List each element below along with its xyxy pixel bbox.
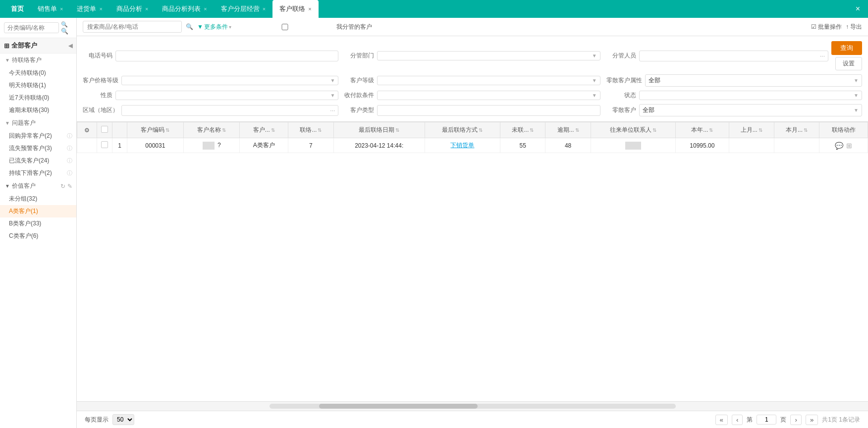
sidebar-item-b-class[interactable]: B类客户(33): [0, 217, 76, 230]
last-page-button[interactable]: »: [806, 415, 818, 425]
filter-dept-select[interactable]: ▼: [377, 51, 600, 60]
col-this-year[interactable]: 本年... ⇅: [676, 122, 729, 138]
batch-ops-button[interactable]: ☑ 批量操作: [811, 23, 842, 31]
nav-item-sales[interactable]: 销售单 ×: [31, 0, 70, 18]
nav-item-customer-segment[interactable]: 客户分层经营 ×: [214, 0, 272, 18]
refresh-icon[interactable]: ↻: [60, 183, 65, 190]
sidebar-item-tomorrow[interactable]: 明天待联络(1): [0, 79, 76, 92]
filter-price-level-select[interactable]: ▼: [121, 76, 338, 85]
col-this-year-sort[interactable]: ⇅: [709, 127, 713, 133]
col-last-month-sort[interactable]: ⇅: [759, 127, 762, 133]
filter-customer-type-input[interactable]: [377, 105, 600, 116]
col-code[interactable]: 客户编码 ⇅: [127, 122, 184, 138]
sidebar-all-customers[interactable]: ⊞ 全部客户 ◀: [0, 38, 76, 54]
sidebar-item-today[interactable]: 今天待联络(0): [0, 67, 76, 79]
nav-item-product-analysis[interactable]: 商品分析 ×: [109, 0, 155, 18]
nav-purchase-close[interactable]: ×: [99, 6, 102, 12]
first-page-button[interactable]: «: [715, 415, 728, 425]
sidebar-group-value[interactable]: ▼ 价值客户 ↻ ✎: [0, 179, 76, 193]
nav-item-customer-contact[interactable]: 客户联络 ×: [272, 0, 318, 18]
sidebar-item-churn-warning[interactable]: 流失预警客户(3) ⓘ: [0, 142, 76, 155]
col-type-sort[interactable]: ⇅: [271, 127, 275, 133]
col-last-date[interactable]: 最后联络日期 ⇅: [333, 122, 425, 138]
col-overdue-sort[interactable]: ⇅: [575, 127, 579, 133]
filter-manager-select[interactable]: ···: [639, 51, 828, 61]
sidebar-group-problem[interactable]: ▼ 问题客户: [0, 116, 76, 130]
select-all-checkbox[interactable]: [101, 126, 108, 133]
col-contact-count[interactable]: 联络... ⇅: [288, 122, 333, 138]
query-button[interactable]: 查询: [831, 41, 862, 55]
dept-arrow-icon: ▼: [592, 53, 597, 58]
filter-retail-customer-select[interactable]: 全部 ▼: [639, 104, 862, 116]
filter-region-select[interactable]: ···: [121, 105, 338, 116]
col-name-sort[interactable]: ⇅: [222, 127, 226, 133]
sidebar-group-pending[interactable]: ▼ 待联络客户: [0, 54, 76, 67]
sidebar-search-icon[interactable]: 🔍: [61, 21, 72, 35]
col-contact-person-sort[interactable]: ⇅: [652, 127, 656, 133]
col-last-method[interactable]: 最后联络方式 ⇅: [425, 122, 500, 138]
overdue-contact-label: 逾期未联络(30): [9, 106, 49, 114]
page-number-input[interactable]: [757, 415, 776, 425]
sidebar-search-input[interactable]: [4, 22, 59, 33]
col-last-method-sort[interactable]: ⇅: [479, 127, 483, 133]
close-all-button[interactable]: ×: [852, 4, 864, 13]
nav-sales-close[interactable]: ×: [60, 6, 63, 12]
col-type[interactable]: 客户... ⇅: [240, 122, 288, 138]
filter-nature-select[interactable]: ▼: [115, 91, 338, 100]
col-this-month-sort[interactable]: ⇅: [804, 127, 808, 133]
nav-product-analysis-close[interactable]: ×: [145, 6, 148, 12]
sidebar-item-7days[interactable]: 近7天待联络(0): [0, 92, 76, 104]
nav-item-product-analysis-list[interactable]: 商品分析列表 ×: [155, 0, 214, 18]
sidebar-item-overdue[interactable]: 逾期未联络(30): [0, 104, 76, 116]
col-contact-person[interactable]: 往来单位联系人 ⇅: [591, 122, 675, 138]
col-overdue[interactable]: 逾期... ⇅: [545, 122, 591, 138]
col-last-date-sort[interactable]: ⇅: [395, 127, 399, 133]
col-settings[interactable]: ⚙: [77, 122, 97, 138]
toolbar-search-icon[interactable]: 🔍: [186, 23, 193, 30]
gear-icon[interactable]: ⚙: [84, 127, 90, 134]
col-contact-count-sort[interactable]: ⇅: [318, 127, 322, 133]
filter-phone-input[interactable]: [115, 51, 338, 61]
sidebar-item-a-class[interactable]: A类客户(1): [0, 205, 76, 217]
nav-customer-contact-close[interactable]: ×: [308, 6, 311, 12]
scroll-track[interactable]: [270, 404, 676, 409]
sidebar-item-unclassified[interactable]: 未分组(32): [0, 193, 76, 205]
filter-customer-level-select[interactable]: ▼: [377, 76, 600, 85]
toolbar-search-input[interactable]: [83, 21, 182, 33]
filter-status-select[interactable]: ▼: [639, 91, 862, 100]
col-uncontacted-sort[interactable]: ⇅: [530, 127, 534, 133]
action-qr-icon[interactable]: ⊞: [846, 142, 852, 150]
nav-item-purchase[interactable]: 进货单 ×: [70, 0, 109, 18]
prev-page-button[interactable]: ‹: [732, 415, 743, 425]
filter-phone-label: 电话号码: [83, 52, 112, 60]
last-contact-method-link[interactable]: 下销货单: [450, 142, 474, 149]
col-code-sort[interactable]: ⇅: [165, 127, 169, 133]
edit-icon[interactable]: ✎: [67, 183, 72, 190]
col-name-label: 客户名称: [197, 126, 221, 134]
sidebar-item-declining[interactable]: 持续下滑客户(2) ⓘ: [0, 167, 76, 179]
next-page-button[interactable]: ›: [790, 415, 801, 425]
filter-payment-select[interactable]: ▼: [377, 91, 600, 100]
col-last-month[interactable]: 上月... ⇅: [729, 122, 774, 138]
nav-customer-segment-close[interactable]: ×: [263, 6, 266, 12]
more-filter-button[interactable]: ▼ 更多条件 ▾: [197, 23, 231, 31]
nav-product-analysis-list-close[interactable]: ×: [204, 6, 207, 12]
action-chat-icon[interactable]: 💬: [835, 142, 843, 150]
per-page-select[interactable]: 50: [112, 414, 134, 425]
nav-item-home[interactable]: 首页: [4, 0, 31, 18]
col-name[interactable]: 客户名称 ⇅: [183, 122, 240, 138]
sidebar-item-churned[interactable]: 已流失客户(24) ⓘ: [0, 155, 76, 167]
scroll-thumb[interactable]: [319, 404, 478, 409]
export-button[interactable]: ↑ 导出: [846, 23, 862, 31]
my-customers-checkbox[interactable]: [235, 24, 334, 30]
filter-payment-label: 收付款条件: [344, 91, 374, 100]
row-this-year-cell: 10995.00: [676, 138, 729, 153]
filter-retail-attr-select[interactable]: 全部 ▼: [645, 74, 862, 87]
sidebar-item-repurchase-abnormal[interactable]: 回购异常客户(2) ⓘ: [0, 130, 76, 142]
sidebar-item-c-class[interactable]: C类客户(6): [0, 230, 76, 242]
sidebar-collapse-icon[interactable]: ◀: [68, 43, 72, 49]
col-this-month[interactable]: 本月... ⇅: [774, 122, 819, 138]
col-uncontacted[interactable]: 未联... ⇅: [500, 122, 545, 138]
row-checkbox[interactable]: [101, 141, 108, 148]
settings-button[interactable]: 设置: [835, 57, 862, 70]
